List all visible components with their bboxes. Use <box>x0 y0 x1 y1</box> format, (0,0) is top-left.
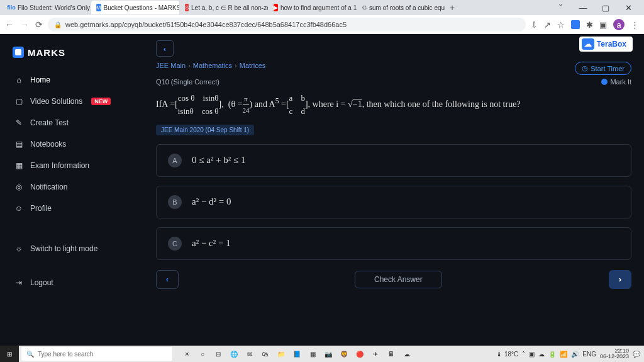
crumb-1[interactable]: JEE Main <box>156 62 186 69</box>
sidebar-item-notification[interactable]: ◎Notification <box>9 176 135 198</box>
terabox-icon[interactable]: ☁ <box>400 347 414 361</box>
store-icon[interactable]: 🛍 <box>258 347 272 361</box>
app-icon[interactable]: ▦ <box>306 347 319 361</box>
url-input[interactable]: 🔒 web.getmarks.app/cpyqb/bucket/61f50b4c… <box>48 18 526 31</box>
option-b[interactable]: Ba² − d² = 0 <box>156 186 631 218</box>
calc-icon[interactable]: 🖩 <box>384 347 398 361</box>
sidebar-item-theme[interactable]: ☼Switch to light mode <box>9 238 135 259</box>
browser-chrome: filoFilo Student: World's Only L× MBucke… <box>0 0 644 34</box>
notifications-icon[interactable]: 💬 <box>633 351 640 358</box>
profile-avatar[interactable]: a <box>613 19 625 30</box>
search-placeholder: Type here to search <box>38 351 93 358</box>
wifi-icon[interactable]: 📶 <box>560 351 567 358</box>
options: A0 ≤ a² + b² ≤ 1 Ba² − d² = 0 Ca² − c² =… <box>156 144 631 260</box>
clock[interactable]: 22:1006-12-2023 <box>600 348 629 359</box>
cortana-icon[interactable]: ○ <box>196 347 209 361</box>
task-icons: ☀ ○ ⊟ 🌐 ✉ 🛍 📁 📘 ▦ 📷 🦁 🔴 ✈ 🖩 ☁ <box>180 347 414 361</box>
nav-label: Home <box>30 76 50 84</box>
bottom-nav: ‹ Check Answer › <box>156 270 631 289</box>
tab-label: sum of roots of a cubic equ <box>369 4 445 11</box>
tab-youtube[interactable]: ▶how to find argument of a 1× <box>269 1 357 14</box>
chrome-icon[interactable]: 🔴 <box>353 347 367 361</box>
new-tab-button[interactable]: + <box>446 3 458 13</box>
brave-icon[interactable]: 🦁 <box>337 347 351 361</box>
telegram-icon[interactable]: ✈ <box>369 347 382 361</box>
tray-chevron-icon[interactable]: ˄ <box>522 351 525 358</box>
explorer-icon[interactable]: 📁 <box>274 347 288 361</box>
next-button[interactable]: › <box>609 270 631 289</box>
crumb-2[interactable]: Mathematics <box>193 62 232 69</box>
tab-marks[interactable]: MBucket Questions - MARKS× <box>91 1 179 14</box>
option-text: a² − d² = 0 <box>192 196 231 207</box>
mail-icon[interactable]: ✉ <box>243 347 257 361</box>
cloud-icon: ☁ <box>582 38 594 50</box>
option-a[interactable]: A0 ≤ a² + b² ≤ 1 <box>156 144 631 177</box>
breadcrumb-row: ◷Start Timer JEE Main›Mathematics›Matric… <box>156 62 631 69</box>
forward-button[interactable]: → <box>20 20 29 30</box>
terabox-banner[interactable]: ☁TeraBox <box>579 37 633 52</box>
minimize-button[interactable]: — <box>574 3 592 13</box>
maximize-button[interactable]: ▢ <box>596 3 615 13</box>
logo[interactable]: MARKS <box>13 47 131 58</box>
prev-button[interactable]: ‹ <box>156 270 179 289</box>
meet-icon[interactable]: ▣ <box>529 351 535 358</box>
extensions-icon[interactable]: ✱ <box>586 20 593 30</box>
home-icon: ⌂ <box>14 76 24 84</box>
sidebar-item-home[interactable]: ⌂Home <box>9 69 135 91</box>
timer-label: Start Timer <box>591 65 625 72</box>
sidebar-item-notebooks[interactable]: ▤Notebooks <box>9 133 135 155</box>
weather[interactable]: 🌡18°C <box>496 351 518 358</box>
weather-icon[interactable]: ☀ <box>180 347 194 361</box>
lang-label[interactable]: ENG <box>582 351 596 358</box>
share-icon[interactable]: ↗ <box>544 20 551 30</box>
start-button[interactable]: ⊞ <box>0 346 19 362</box>
user-icon: ☺ <box>14 204 24 213</box>
sidebar-item-create[interactable]: ✎Create Test <box>9 112 135 133</box>
menu-icon[interactable]: ⋮ <box>631 20 639 30</box>
sidebar-item-logout[interactable]: ⇥Logout <box>9 272 135 293</box>
sidebar-item-exam[interactable]: ▦Exam Information <box>9 155 135 176</box>
reload-button[interactable]: ⟳ <box>35 20 43 30</box>
star-icon[interactable]: ☆ <box>557 20 565 30</box>
start-timer-button[interactable]: ◷Start Timer <box>575 62 631 75</box>
tab-label: Filo Student: World's Only L <box>18 4 91 11</box>
brand-text: MARKS <box>28 47 65 58</box>
mark-label: Mark It <box>610 78 631 86</box>
nav-label: Exam Information <box>30 161 89 170</box>
sun-icon: ☼ <box>14 244 24 253</box>
sidepanel-icon[interactable]: ▣ <box>599 20 607 30</box>
sound-icon[interactable]: 🔊 <box>571 351 579 358</box>
site-icon: S <box>185 4 189 11</box>
camera-icon[interactable]: 📷 <box>321 347 335 361</box>
logo-icon <box>13 47 24 58</box>
onedrive-icon[interactable]: ☁ <box>538 351 545 358</box>
battery-icon[interactable]: 🔋 <box>548 351 556 358</box>
mark-dot-icon <box>601 79 608 85</box>
chevron-down-icon[interactable]: ˅ <box>551 3 570 13</box>
back-button[interactable]: ← <box>5 20 14 30</box>
option-letter: B <box>168 195 182 209</box>
crumb-3[interactable]: Matrices <box>240 62 266 69</box>
taskview-icon[interactable]: ⊟ <box>211 347 225 361</box>
install-icon[interactable]: ⇩ <box>531 20 538 30</box>
tab-filo[interactable]: filoFilo Student: World's Only L× <box>3 1 91 14</box>
lock-icon: 🔒 <box>54 21 62 28</box>
word-icon[interactable]: 📘 <box>290 347 304 361</box>
bell-icon: ◎ <box>14 183 24 191</box>
tab-google[interactable]: Gsum of roots of a cubic equ× <box>357 1 445 14</box>
nav-label: Profile <box>30 204 52 213</box>
sidebar-item-profile[interactable]: ☺Profile <box>9 198 135 219</box>
check-answer-button[interactable]: Check Answer <box>355 271 442 288</box>
tab-let[interactable]: SLet a, b, c ∈ R be all non-zer× <box>180 1 268 14</box>
back-button[interactable]: ‹ <box>156 40 174 57</box>
ext-icon[interactable] <box>571 20 580 29</box>
option-c[interactable]: Ca² − c² = 1 <box>156 227 631 260</box>
mark-it-button[interactable]: Mark It <box>601 78 631 86</box>
taskbar-search[interactable]: 🔍Type here to search <box>21 347 172 361</box>
nav-label: Video Solutions <box>30 97 82 106</box>
edge-icon[interactable]: 🌐 <box>227 347 241 361</box>
close-window-button[interactable]: ✕ <box>619 3 638 13</box>
sidebar: MARKS ⌂Home ▢Video SolutionsNEW ✎Create … <box>0 34 143 346</box>
question-number: Q10 (Single Correct) <box>156 78 219 86</box>
sidebar-item-video[interactable]: ▢Video SolutionsNEW <box>9 91 135 112</box>
